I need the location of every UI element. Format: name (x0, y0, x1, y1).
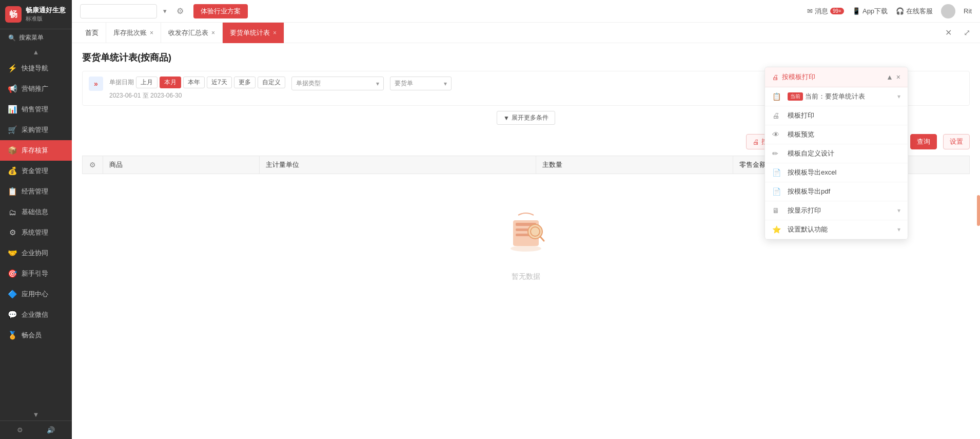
settings-label: 设置 (950, 137, 963, 146)
sidebar-item-sales[interactable]: 📊 销售管理 (0, 99, 72, 120)
sidebar-search[interactable]: 🔍 搜索菜单 (0, 29, 72, 46)
empty-illustration (500, 205, 552, 266)
tab-home-label: 首页 (85, 28, 99, 37)
dropdown-template-print[interactable]: 🖨 模板打印 (765, 106, 908, 125)
sidebar-nav: ⚡ 快捷导航 📢 营销推广 📊 销售管理 🛒 采购管理 📦 库存核算 💰 资金管… (0, 58, 72, 409)
app-name: 畅康通好生意 (26, 6, 66, 15)
query-button[interactable]: 查询 (910, 134, 937, 149)
dropdown-collapse-button[interactable]: ▲ (886, 73, 893, 81)
type-filter-select[interactable]: 单据类型 ▾ (291, 77, 384, 90)
tab-inventory-batch[interactable]: 库存批次账 × (106, 23, 161, 43)
header-left: ▾ ⚙ 体验行业方案 (80, 4, 248, 18)
tab-inventory-batch-label: 库存批次账 (113, 28, 147, 37)
sidebar-item-wechat[interactable]: 💬 企业微信 (0, 304, 72, 325)
dropdown-export-excel[interactable]: 📄 按模板导出excel (765, 163, 908, 182)
sidebar-item-purchase[interactable]: 🛒 采购管理 (0, 120, 72, 140)
date-btn-this-month[interactable]: 本月 (160, 77, 181, 88)
gear-icon[interactable]: ⚙ (173, 4, 187, 18)
sidebar-item-inventory[interactable]: 📦 库存核算 (0, 140, 72, 161)
sidebar-item-collab[interactable]: 🤝 企业协同 (0, 243, 72, 263)
member-icon: 🏅 (7, 330, 17, 340)
expand-more-icon: ▼ (503, 114, 509, 122)
sidebar-item-finance[interactable]: 💰 资金管理 (0, 161, 72, 181)
dropdown-template-custom[interactable]: ✏ 模板自定义设计 (765, 144, 908, 163)
display-print-label: 按显示打印 (788, 206, 897, 215)
type-filter-arrow: ▾ (376, 80, 379, 87)
expand-more-label: 展开更多条件 (512, 113, 548, 122)
display-print-icon: 🖥 (772, 206, 782, 215)
sidebar-item-basic[interactable]: 🗂 基础信息 (0, 202, 72, 222)
export-excel-icon: 📄 (772, 168, 782, 177)
column-settings[interactable]: ⚙ (83, 156, 103, 174)
dropdown-export-pdf[interactable]: 📄 按模板导出pdf (765, 182, 908, 201)
app-download-button[interactable]: 📱 App下载 (852, 7, 888, 16)
service-icon: 🎧 (896, 7, 904, 15)
set-default-label: 设置默认功能 (788, 225, 897, 234)
tab-home[interactable]: 首页 (78, 23, 106, 43)
tab-expand-icon[interactable]: ⤢ (959, 26, 974, 40)
sidebar-item-member[interactable]: 🏅 畅会员 (0, 325, 72, 346)
online-service-button[interactable]: 🎧 在线客服 (896, 7, 933, 16)
inventory-label: 库存核算 (22, 146, 48, 155)
user-avatar[interactable] (941, 4, 955, 18)
dropdown-display-print[interactable]: 🖥 按显示打印 ▾ (765, 201, 908, 220)
basic-label: 基础信息 (22, 207, 48, 217)
message-button[interactable]: ✉ 消息 99+ (807, 7, 844, 16)
template-custom-icon: ✏ (772, 149, 782, 158)
breadcrumb-input[interactable] (80, 4, 157, 18)
sidebar-scroll-up[interactable]: ▲ (0, 46, 72, 58)
dropdown-close-button[interactable]: × (896, 73, 900, 81)
filter-expand-button[interactable]: » (89, 77, 103, 91)
date-filter-label: 单据日期 (109, 78, 134, 87)
date-btn-this-year[interactable]: 本年 (183, 77, 205, 88)
settings-button[interactable]: 设置 (943, 134, 970, 149)
tab-receivable-summary-close[interactable]: × (211, 29, 215, 36)
search-icon: 🔍 (8, 34, 16, 42)
footer-sound-icon[interactable]: 🔊 (47, 426, 55, 434)
dropdown-header-controls: ▲ × (886, 73, 900, 81)
sidebar-scroll-down[interactable]: ▼ (0, 409, 72, 421)
dropdown-template-preview[interactable]: 👁 模板预览 (765, 125, 908, 144)
current-tag: 当前 (788, 92, 803, 101)
tab-inventory-batch-close[interactable]: × (150, 29, 153, 36)
apps-label: 应用中心 (22, 290, 48, 299)
date-btn-custom[interactable]: 自定义 (258, 77, 285, 88)
trial-button[interactable]: 体验行业方案 (193, 4, 248, 18)
goods-filter-select[interactable]: 要货单 ▾ (390, 77, 452, 90)
date-btn-last-month[interactable]: 上月 (136, 77, 158, 88)
expand-more-button[interactable]: ▼ 展开更多条件 (497, 111, 555, 125)
sidebar-item-shortcuts[interactable]: ⚡ 快捷导航 (0, 58, 72, 79)
download-icon: 📱 (852, 7, 860, 15)
tab-receivable-summary[interactable]: 收发存汇总表 × (161, 23, 223, 43)
tab-receivable-summary-label: 收发存汇总表 (168, 28, 208, 37)
sidebar-footer: ⚙ 🔊 (0, 421, 72, 439)
resize-handle[interactable] (977, 195, 980, 226)
tab-order-stats[interactable]: 要货单统计表 × (223, 23, 284, 43)
date-btn-7days[interactable]: 近7天 (207, 77, 232, 88)
shortcuts-icon: ⚡ (7, 63, 17, 73)
marketing-icon: 📢 (7, 84, 17, 94)
tab-close-window-icon[interactable]: ✕ (941, 26, 955, 40)
sidebar-item-system[interactable]: ⚙ 系统管理 (0, 222, 72, 243)
dropdown-current-item[interactable]: 📋 当前 当前：要货单统计表 ▾ (765, 87, 908, 106)
tabs-right-controls: ✕ ⤢ (941, 26, 974, 40)
goods-filter-arrow: ▾ (444, 80, 447, 87)
tab-order-stats-close[interactable]: × (273, 29, 277, 36)
footer-settings-icon[interactable]: ⚙ (17, 426, 23, 434)
type-filter-label: 单据类型 (296, 79, 321, 88)
sidebar-item-guide[interactable]: 🎯 新手引导 (0, 263, 72, 284)
sidebar-item-apps[interactable]: 🔷 应用中心 (0, 284, 72, 304)
app-download-label: App下载 (863, 7, 888, 16)
sidebar-item-marketing[interactable]: 📢 营销推广 (0, 79, 72, 99)
finance-label: 资金管理 (22, 166, 48, 176)
guide-icon: 🎯 (7, 269, 17, 279)
current-item-icon: 📋 (772, 92, 782, 101)
table-settings-icon[interactable]: ⚙ (89, 161, 96, 169)
sidebar-item-operations[interactable]: 📋 经营管理 (0, 181, 72, 202)
date-btn-more[interactable]: 更多 (234, 77, 256, 88)
dropdown-set-default[interactable]: ⭐ 设置默认功能 ▾ (765, 220, 908, 239)
template-custom-label: 模板自定义设计 (788, 149, 900, 158)
query-label: 查询 (917, 137, 930, 146)
system-label: 系统管理 (22, 228, 48, 237)
current-item-label: 当前：要货单统计表 (805, 92, 897, 101)
